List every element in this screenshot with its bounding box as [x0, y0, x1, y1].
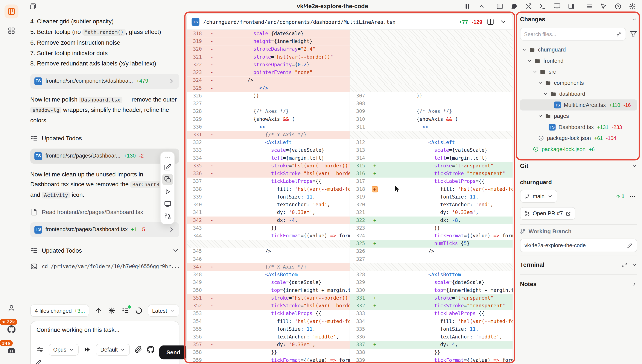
chevron-down-icon[interactable]	[632, 262, 637, 268]
terminal-section[interactable]: Terminal	[520, 258, 637, 271]
github-connect-button[interactable]	[147, 345, 154, 354]
grid-icon[interactable]	[5, 24, 19, 38]
chat-bubble-icon[interactable]	[509, 1, 519, 11]
github-icon[interactable]: ★ 22k	[5, 322, 19, 336]
diff-marker: +	[369, 216, 381, 224]
settings-sliders-button[interactable]	[37, 345, 44, 354]
todos-row[interactable]: Updated Todos	[30, 134, 179, 144]
file-change-chip[interactable]: TSfrontend/src/components/dashboa...+479	[30, 74, 179, 89]
chat-input[interactable]: Continue working on this task...	[37, 327, 173, 333]
diff-marker: -	[206, 61, 218, 69]
tree-folder-frontend[interactable]: frontend	[520, 55, 637, 66]
line-number: 319	[350, 193, 369, 201]
diff-view-toggle[interactable]	[486, 17, 495, 26]
tree-file-package-lock.json[interactable]: package-lock.json+61-104	[520, 133, 637, 144]
typescript-icon: TS	[554, 102, 561, 108]
file-change-chip[interactable]: TSfrontend/src/pages/Dashboard.tsx+1-5	[30, 222, 179, 237]
diff-marker	[206, 318, 218, 325]
filter-icon[interactable]	[630, 30, 637, 38]
diff-marker	[206, 100, 218, 108]
more-options-button[interactable]	[628, 192, 637, 201]
chevron-down-icon[interactable]	[632, 163, 637, 168]
working-branch-input[interactable]	[524, 242, 625, 248]
copy-icon[interactable]	[162, 174, 173, 185]
diff-row: 338 fill: 'hsl(var(--muted-foreground))'…	[187, 186, 513, 193]
overview-icon[interactable]	[28, 1, 38, 11]
branches-icon[interactable]	[523, 1, 533, 11]
display-icon[interactable]	[552, 1, 562, 11]
tree-folder-components[interactable]: components	[520, 77, 637, 88]
sparkle-icon[interactable]	[107, 306, 116, 315]
line-number	[350, 69, 369, 76]
diff-marker	[206, 92, 218, 100]
latest-dropdown[interactable]: Latest	[148, 304, 179, 317]
diff-row: 333 scale={valueScale}313 scale={valueSc…	[187, 146, 513, 154]
help-icon[interactable]	[613, 1, 623, 11]
screen: vk/4e2a-explore-the-code ★ 22k346 4. Cle…	[0, 0, 642, 364]
panel-right-icon[interactable]	[566, 1, 576, 11]
mode-dropdown[interactable]: Default	[96, 344, 130, 356]
terminal-icon[interactable]	[538, 1, 547, 11]
play-icon[interactable]	[162, 186, 173, 197]
git-header[interactable]: Git	[520, 160, 637, 172]
todos-row[interactable]: Updated Todos	[30, 245, 179, 256]
tree-folder-churnguard[interactable]: churnguard	[520, 44, 637, 55]
tree-folder-src[interactable]: src	[520, 66, 637, 77]
discord-icon[interactable]: 346	[5, 344, 19, 358]
line-number: 327	[350, 256, 369, 263]
chevron-down-icon[interactable]	[632, 16, 637, 22]
code-text: fill: 'hsl(var(--muted-foreground))',	[218, 186, 349, 193]
tree-folder-dashboard[interactable]: dashboard	[520, 88, 637, 99]
chevron-right-icon[interactable]	[632, 281, 637, 287]
model-dropdown[interactable]: Opus	[49, 344, 79, 356]
expand-icon[interactable]	[622, 262, 627, 268]
tool-call-row[interactable]: Read frontend/src/pages/Dashboard.tsx	[30, 207, 179, 217]
divider	[520, 255, 637, 256]
panel-left-icon[interactable]	[495, 1, 505, 11]
line-number: 307	[350, 92, 369, 100]
person-icon[interactable]	[5, 301, 19, 315]
compare-icon[interactable]	[162, 211, 173, 222]
chevron-right-icon	[168, 77, 175, 84]
terminal-command-row[interactable]: cd /private/var/folders/10/h7w0q46556ggr…	[30, 262, 179, 272]
file-change-chip[interactable]: TSfrontend/src/pages/Dashboar...+130-2	[30, 148, 179, 164]
edit-branch-icon[interactable]	[627, 243, 632, 248]
settings-icon[interactable]	[627, 1, 637, 11]
line-number: 328	[187, 108, 206, 116]
display-icon[interactable]	[162, 198, 173, 210]
changes-header[interactable]: Changes	[520, 13, 637, 25]
files-changed-chip[interactable]: 4 files changed +3...	[30, 304, 89, 317]
tree-file-MultiLineArea.tsx[interactable]: TSMultiLineArea.tsx+110-16	[520, 99, 637, 110]
branch-dropdown[interactable]: main	[520, 190, 557, 202]
fast-forward-button[interactable]	[84, 345, 91, 354]
line-number	[187, 240, 206, 248]
attach-button[interactable]	[135, 345, 142, 354]
line-number: 336	[350, 333, 369, 341]
deletions-count: -129	[472, 19, 482, 25]
todos-button[interactable]	[121, 306, 130, 315]
board-icon[interactable]	[5, 4, 19, 18]
tree-file-package-lock.json[interactable]: package-lock.json+6	[520, 144, 637, 154]
search-input[interactable]	[524, 31, 614, 37]
collapse-tree-icon[interactable]	[617, 32, 622, 37]
code-text: {/* Axes */}	[381, 108, 512, 116]
notes-section[interactable]: Notes	[520, 278, 637, 290]
open-pr-button[interactable]: Open PR #7	[520, 207, 575, 220]
edit-box-icon[interactable]	[162, 162, 173, 172]
tree-file-Dashboard.tsx[interactable]: TSDashboard.tsx+131-233	[520, 122, 637, 132]
menu-icon[interactable]	[584, 1, 594, 11]
tree-label: components	[554, 80, 584, 86]
tree-folder-pages[interactable]: pages	[520, 110, 637, 122]
code-text: top={innerHeight + margin.top}	[218, 286, 349, 294]
pause-icon[interactable]	[462, 1, 472, 11]
collapse-file-button[interactable]	[499, 17, 508, 26]
cursor-icon[interactable]	[599, 1, 608, 11]
add-comment-button[interactable]: +	[372, 186, 378, 192]
scroll-up-button[interactable]	[94, 306, 103, 315]
collapse-up-icon[interactable]	[477, 1, 486, 11]
pencil-icon[interactable]	[34, 360, 41, 364]
diff-marker	[206, 256, 218, 263]
drag-dots-icon[interactable]	[162, 154, 173, 160]
send-button[interactable]: Send	[160, 345, 187, 359]
diff-marker	[206, 224, 218, 232]
